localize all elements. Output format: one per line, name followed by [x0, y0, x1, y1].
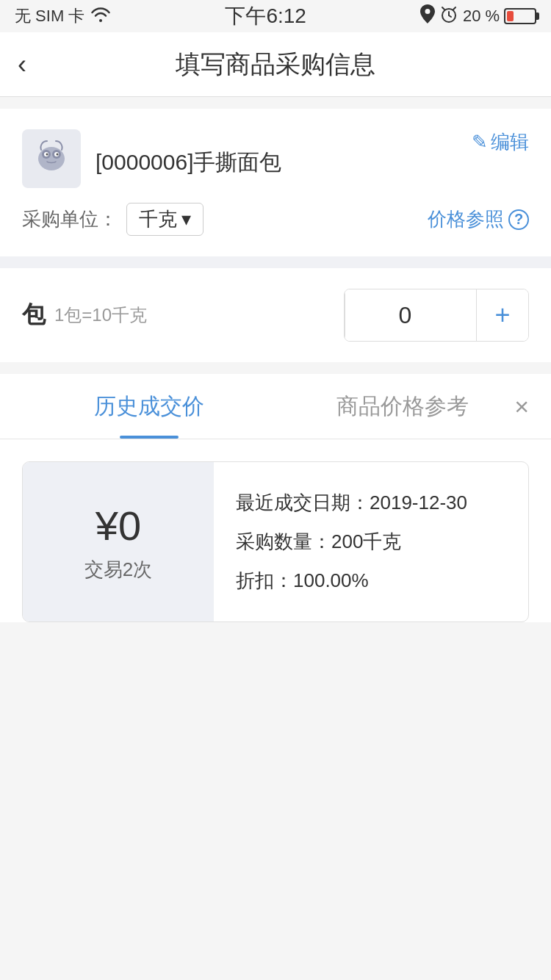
svg-point-1	[38, 147, 65, 170]
panel-container: 历史成交价 商品价格参考 × ¥0 交易2次 最近成交日期：2019-12-30…	[0, 374, 551, 622]
tab-history-price[interactable]: 历史成交价	[22, 374, 276, 439]
unit-label: 采购单位：	[22, 206, 118, 232]
edit-icon: ✎	[472, 131, 488, 154]
edit-button[interactable]: ✎ 编辑	[472, 129, 529, 155]
status-time: 下午6:12	[225, 2, 306, 30]
price-display: ¥0	[96, 502, 141, 550]
price-reference-button[interactable]: 价格参照 ?	[428, 206, 529, 232]
purchase-qty-label: 采购数量：	[236, 530, 331, 552]
history-card: ¥0 交易2次 最近成交日期：2019-12-30 采购数量：200千克 折扣：…	[22, 461, 529, 622]
discount-label: 折扣：	[236, 569, 293, 591]
unit-value: 千克	[139, 206, 177, 232]
product-header: [0000006]手撕面包 ✎ 编辑	[22, 129, 529, 188]
page-title: 填写商品采购信息	[176, 48, 375, 82]
unit-badge: 包	[22, 299, 46, 331]
price-ref-label: 价格参照	[428, 206, 504, 232]
unit-select-dropdown[interactable]: 千克 ▾	[126, 203, 204, 236]
panel-tabs: 历史成交价 商品价格参考 ×	[0, 374, 551, 439]
section-divider	[0, 256, 551, 268]
purchase-qty-value: 200千克	[331, 530, 401, 552]
no-sim-text: 无 SIM 卡	[15, 5, 84, 27]
quantity-label: 包 1包=10千克	[22, 299, 147, 331]
wifi-icon	[90, 6, 111, 26]
battery-percent-sign: %	[485, 7, 500, 26]
product-meta: 采购单位： 千克 ▾ 价格参照 ?	[22, 203, 529, 236]
discount-value: 100.00%	[293, 569, 369, 591]
nav-bar: ‹ 填写商品采购信息	[0, 32, 551, 97]
product-card: [0000006]手撕面包 ✎ 编辑 采购单位： 千克 ▾ 价格参照 ?	[0, 109, 551, 256]
svg-point-7	[57, 153, 59, 155]
tab-product-price-ref[interactable]: 商品价格参考	[276, 374, 529, 439]
quantity-row: 包 1包=10千克 +	[0, 268, 551, 362]
discount-row: 折扣：100.00%	[236, 566, 506, 595]
recent-date-value: 2019-12-30	[370, 491, 467, 514]
price-symbol: ¥	[96, 502, 118, 549]
alarm-icon	[439, 4, 458, 28]
edit-label: 编辑	[491, 129, 529, 155]
history-price-panel: ¥0 交易2次	[23, 462, 214, 621]
back-button[interactable]: ‹	[18, 49, 26, 80]
product-logo-icon	[31, 135, 72, 183]
svg-point-6	[46, 153, 48, 155]
history-detail: 最近成交日期：2019-12-30 采购数量：200千克 折扣：100.00%	[214, 462, 528, 621]
battery-icon	[504, 8, 536, 24]
purchase-qty-row: 采购数量：200千克	[236, 527, 506, 556]
quantity-controls: +	[344, 289, 529, 342]
status-carrier: 无 SIM 卡	[15, 5, 111, 27]
recent-date-label: 最近成交日期：	[236, 491, 370, 514]
product-thumbnail	[22, 129, 81, 188]
status-indicators: 20 %	[420, 4, 536, 28]
main-content: 历史成交价 商品价格参考 × ¥0 交易2次 最近成交日期：2019-12-30…	[0, 374, 551, 962]
price-value: 0	[118, 502, 141, 549]
quantity-plus-button[interactable]: +	[477, 289, 528, 341]
recent-date-row: 最近成交日期：2019-12-30	[236, 489, 506, 517]
chevron-down-icon: ▾	[181, 208, 191, 231]
battery-percent: 20	[463, 7, 480, 26]
close-panel-button[interactable]: ×	[514, 394, 529, 419]
quantity-input[interactable]	[345, 289, 477, 341]
product-left: [0000006]手撕面包	[22, 129, 281, 188]
unit-note: 1包=10千克	[54, 303, 147, 327]
tab-price-ref-label: 商品价格参考	[336, 392, 469, 422]
status-bar: 无 SIM 卡 下午6:12 20 %	[0, 0, 551, 32]
unit-row: 采购单位： 千克 ▾	[22, 203, 204, 236]
location-icon	[420, 4, 435, 28]
product-name: [0000006]手撕面包	[96, 140, 281, 178]
tab-history-label: 历史成交价	[94, 392, 204, 422]
trade-count: 交易2次	[84, 557, 152, 583]
help-icon: ?	[508, 209, 529, 230]
